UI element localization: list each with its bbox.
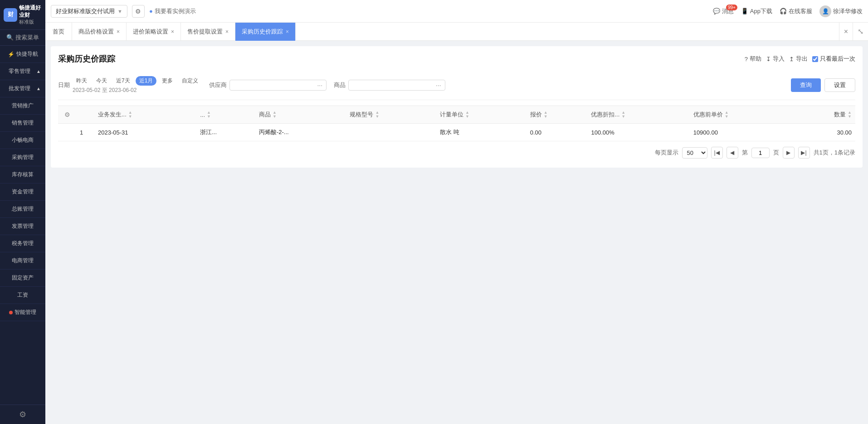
date-yesterday-btn[interactable]: 昨天 (73, 76, 91, 86)
sidebar-item-purchase[interactable]: 采购管理 (0, 149, 45, 166)
sort-unit-icon[interactable]: ▲▼ (465, 111, 469, 119)
cell-seq: 1 (76, 124, 94, 141)
chevron-down-icon: ▼ (117, 9, 122, 14)
message-btn[interactable]: 💬 消息 99+ (713, 7, 734, 15)
th-quoted-price[interactable]: 报价 ▲▼ (527, 106, 588, 124)
supplier-input-wrap[interactable]: ··· (229, 80, 327, 91)
date-today-btn[interactable]: 今天 (93, 76, 111, 86)
sort-biz-date-icon[interactable]: ▲▼ (128, 111, 132, 119)
next-page-btn[interactable]: ▶ (783, 147, 795, 159)
content-area: 采购历史价跟踪 ? 帮助 ↧ 导入 ↥ 导出 (45, 41, 868, 424)
sidebar-item-inventory[interactable]: 库存核算 (0, 166, 45, 183)
tab-home[interactable]: 首页 (45, 23, 72, 41)
sidebar-item-retail[interactable]: 零售管理 ▲ (0, 63, 45, 80)
sidebar-item-ledger[interactable]: 总账管理 (0, 201, 45, 218)
th-extra[interactable]: ... ▲▼ (196, 106, 255, 124)
setting-btn[interactable]: 设置 (824, 78, 855, 92)
th-qty[interactable]: 数量 ▲▼ (794, 106, 855, 124)
demo-icon: ● (149, 8, 153, 14)
tab-purchase-strategy[interactable]: 进价策略设置 × (127, 23, 181, 41)
th-product[interactable]: 商品 ▲▼ (255, 106, 346, 124)
cell-product: 丙烯酸-2-... (255, 124, 346, 141)
last-only-checkbox[interactable] (812, 56, 818, 62)
mobile-icon: 📱 (741, 8, 748, 14)
sort-extra-icon[interactable]: ▲▼ (207, 111, 211, 119)
export-btn[interactable]: ↥ 导出 (789, 55, 808, 63)
sort-discount-icon[interactable]: ▲▼ (621, 111, 625, 119)
product-input[interactable] (352, 82, 434, 89)
th-discount[interactable]: 优惠折扣... ▲▼ (587, 106, 689, 124)
sidebar-item-finance[interactable]: 资金管理 (0, 183, 45, 201)
sort-price-icon[interactable]: ▲▼ (544, 111, 548, 119)
th-pre-discount[interactable]: 优惠前单价 ▲▼ (690, 106, 795, 124)
page-header: 采购历史价跟踪 ? 帮助 ↧ 导入 ↥ 导出 (58, 53, 855, 64)
product-input-wrap[interactable]: ··· (348, 80, 445, 91)
page-actions: ? 帮助 ↧ 导入 ↥ 导出 只看最后一次 (745, 55, 855, 63)
query-btn[interactable]: 查询 (791, 78, 821, 92)
sort-product-icon[interactable]: ▲▼ (273, 111, 277, 119)
sort-pre-discount-icon[interactable]: ▲▼ (725, 111, 729, 119)
tab-sale-price[interactable]: 售价提取设置 × (181, 23, 235, 41)
search-menu[interactable]: 🔍 搜索菜单 (0, 30, 45, 46)
tabs-actions: × ⤡ (839, 23, 868, 41)
sort-qty-icon[interactable]: ▲▼ (848, 111, 852, 119)
prev-page-btn[interactable]: ◀ (727, 147, 738, 159)
product-dots[interactable]: ··· (436, 82, 441, 89)
product-filter: 商品 ··· (334, 80, 445, 91)
th-spec[interactable]: 规格型号 ▲▼ (346, 106, 436, 124)
last-only-checkbox-label[interactable]: 只看最后一次 (812, 55, 855, 63)
product-label: 商品 (334, 81, 346, 89)
per-page-select[interactable]: 50 20 100 (682, 147, 707, 159)
close-tab-price-icon[interactable]: × (117, 29, 120, 35)
tabs-bar: 首页 商品价格设置 × 进价策略设置 × 售价提取设置 × 采购历史价跟踪 × … (45, 23, 868, 41)
sidebar-item-marketing[interactable]: 营销推广 (0, 97, 45, 115)
supplier-input[interactable] (234, 82, 315, 89)
sidebar-item-smart[interactable]: 智能管理 (0, 304, 45, 321)
close-tab-action[interactable]: × (839, 23, 853, 41)
last-page-btn[interactable]: ▶| (798, 147, 810, 159)
date-custom-btn[interactable]: 自定义 (178, 76, 202, 86)
sidebar-item-quick-nav[interactable]: ⚡ 快捷导航 (0, 46, 45, 63)
sidebar-item-ecom[interactable]: 电商管理 (0, 252, 45, 270)
date-1month-btn[interactable]: 近1月 (136, 76, 157, 86)
help-btn[interactable]: ? 帮助 (745, 55, 761, 63)
version-selector[interactable]: 好业财标准版交付试用 ▼ (51, 5, 127, 18)
sidebar-item-asset[interactable]: 固定资产 (0, 270, 45, 287)
th-unit[interactable]: 计量单位 ▲▼ (436, 106, 527, 124)
expand-tab-action[interactable]: ⤡ (853, 23, 868, 41)
sort-spec-icon[interactable]: ▲▼ (375, 111, 379, 119)
close-tab-sale-price-icon[interactable]: × (225, 29, 229, 35)
first-page-btn[interactable]: |◀ (711, 147, 723, 159)
column-settings-icon[interactable]: ⚙ (64, 111, 70, 118)
app-download-btn[interactable]: 📱 App下载 (741, 7, 772, 15)
th-seq (76, 106, 94, 124)
sidebar-item-wholesale[interactable]: 批发管理 ▲ (0, 80, 45, 97)
close-tab-purchase-strategy-icon[interactable]: × (171, 29, 174, 35)
sidebar-settings-btn[interactable]: ⚙ (0, 405, 45, 424)
quick-nav-icon: ⚡ (8, 51, 15, 58)
online-service-btn[interactable]: 🎧 在线客服 (780, 7, 812, 15)
cell-quoted-price: 0.00 (527, 124, 588, 141)
import-btn[interactable]: ↧ 导入 (766, 55, 785, 63)
sidebar-item-invoice[interactable]: 发票管理 (0, 218, 45, 235)
th-biz-date[interactable]: 业务发生... ▲▼ (94, 106, 196, 124)
date-more-btn[interactable]: 更多 (158, 76, 176, 86)
chevron-up-icon: ▲ (36, 86, 41, 91)
date-7days-btn[interactable]: 近7天 (112, 76, 134, 86)
user-profile-btn[interactable]: 👤 徐泽华修改 (819, 5, 863, 17)
sidebar: 财 畅捷通好业财 标准版 🔍 搜索菜单 ⚡ 快捷导航 零售管理 ▲ 批发管理 ▲… (0, 0, 45, 424)
supplier-filter: 供应商 ··· (209, 80, 327, 91)
tab-price[interactable]: 商品价格设置 × (72, 23, 127, 41)
sidebar-item-sales[interactable]: 销售管理 (0, 115, 45, 132)
sidebar-item-hr[interactable]: 工资 (0, 287, 45, 304)
close-tab-history-icon[interactable]: × (286, 29, 289, 35)
sidebar-item-tax[interactable]: 税务管理 (0, 235, 45, 252)
topbar-gear-btn[interactable]: ⚙ (132, 5, 145, 18)
demo-btn[interactable]: ● 我要看实例演示 (149, 7, 196, 15)
cell-discount: 100.00% (587, 124, 689, 141)
page-input[interactable] (751, 148, 770, 158)
sidebar-item-ecom-small[interactable]: 小畅电商 (0, 132, 45, 149)
tab-history-track[interactable]: 采购历史价跟踪 × (235, 23, 296, 41)
table-row: 1 2023-05-31 浙江... 丙烯酸-2-... 散水 吨 0.00 1… (58, 124, 855, 141)
supplier-dots[interactable]: ··· (317, 82, 322, 89)
